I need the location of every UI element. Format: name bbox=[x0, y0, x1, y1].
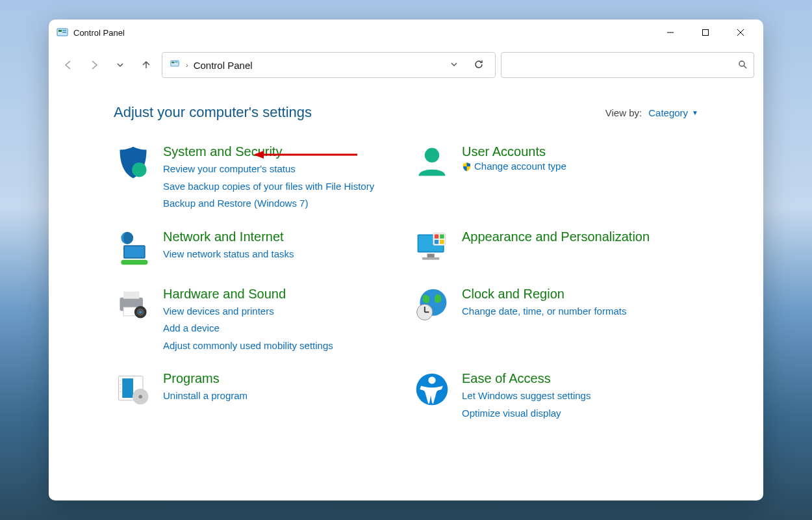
link-devices-printers[interactable]: View devices and printers bbox=[163, 304, 400, 319]
svg-rect-5 bbox=[703, 30, 709, 36]
category-title-ease-of-access[interactable]: Ease of Access bbox=[462, 371, 551, 385]
link-optimize-display[interactable]: Optimize visual display bbox=[462, 406, 698, 421]
address-bar[interactable]: › Control Panel bbox=[162, 52, 496, 78]
titlebar: Control Panel bbox=[49, 20, 763, 46]
link-add-device[interactable]: Add a device bbox=[163, 321, 400, 336]
control-panel-icon bbox=[57, 27, 68, 38]
toolbar: › Control Panel bbox=[49, 46, 763, 84]
refresh-button[interactable] bbox=[469, 59, 488, 72]
minimize-button[interactable] bbox=[655, 22, 685, 43]
window-title: Control Panel bbox=[73, 28, 125, 38]
address-dropdown-button[interactable] bbox=[444, 60, 464, 70]
svg-rect-29 bbox=[440, 239, 444, 244]
svg-point-47 bbox=[138, 395, 142, 398]
link-uninstall-program[interactable]: Uninstall a program bbox=[163, 389, 400, 404]
page-title: Adjust your computer's settings bbox=[114, 104, 312, 121]
category-title-hardware[interactable]: Hardware and Sound bbox=[163, 287, 286, 301]
svg-point-16 bbox=[425, 148, 439, 162]
uac-shield-icon bbox=[462, 162, 472, 172]
category-ease-of-access: Ease of Access Let Windows suggest setti… bbox=[412, 371, 698, 421]
category-hardware: Hardware and Sound View devices and prin… bbox=[114, 287, 400, 354]
categories-grid: System and Security Review your computer… bbox=[114, 144, 698, 421]
category-title-user-accounts[interactable]: User Accounts bbox=[462, 144, 546, 159]
svg-rect-3 bbox=[62, 32, 66, 33]
svg-point-15 bbox=[132, 162, 146, 177]
control-panel-icon bbox=[169, 59, 181, 71]
svg-rect-8 bbox=[171, 60, 179, 66]
accessibility-icon bbox=[412, 371, 451, 410]
maximize-button[interactable] bbox=[691, 22, 720, 43]
link-backup-restore[interactable]: Backup and Restore (Windows 7) bbox=[163, 196, 400, 211]
chevron-right-icon: › bbox=[186, 61, 188, 69]
category-appearance: Appearance and Personalization bbox=[412, 229, 698, 268]
shield-icon bbox=[114, 144, 153, 183]
category-programs: Programs Uninstall a program bbox=[114, 371, 400, 421]
svg-rect-2 bbox=[62, 30, 66, 31]
chevron-down-icon: ▼ bbox=[692, 109, 698, 116]
category-system-security: System and Security Review your computer… bbox=[114, 144, 400, 211]
link-change-account-type[interactable]: Change account type bbox=[474, 159, 566, 174]
content-area: Adjust your computer's settings View by:… bbox=[49, 84, 763, 500]
svg-point-49 bbox=[428, 376, 435, 384]
view-by-value: Category bbox=[648, 107, 688, 118]
category-clock: Clock and Region Change date, time, or n… bbox=[412, 287, 698, 354]
svg-rect-31 bbox=[123, 291, 139, 298]
svg-rect-24 bbox=[422, 257, 439, 259]
svg-rect-28 bbox=[435, 239, 439, 244]
up-button[interactable] bbox=[136, 55, 157, 75]
close-button[interactable] bbox=[726, 22, 755, 43]
svg-rect-19 bbox=[125, 246, 144, 257]
svg-rect-26 bbox=[435, 234, 439, 239]
view-by-dropdown[interactable]: Category ▼ bbox=[648, 107, 698, 118]
link-suggest-settings[interactable]: Let Windows suggest settings bbox=[462, 389, 698, 404]
link-date-time-formats[interactable]: Change date, time, or number formats bbox=[462, 304, 698, 319]
svg-rect-9 bbox=[171, 62, 174, 63]
view-by-label: View by: bbox=[605, 107, 642, 118]
forward-button[interactable] bbox=[84, 55, 105, 75]
svg-rect-27 bbox=[440, 234, 444, 239]
search-box[interactable] bbox=[501, 52, 754, 78]
control-panel-window: Control Panel bbox=[49, 20, 763, 500]
user-icon bbox=[412, 144, 451, 183]
svg-rect-1 bbox=[58, 30, 62, 32]
svg-point-35 bbox=[139, 311, 142, 313]
svg-rect-41 bbox=[122, 378, 133, 398]
category-user-accounts: User Accounts Change account type bbox=[412, 144, 698, 211]
category-title-programs[interactable]: Programs bbox=[163, 371, 220, 385]
search-input[interactable] bbox=[508, 60, 738, 70]
network-icon bbox=[114, 229, 153, 268]
link-mobility-settings[interactable]: Adjust commonly used mobility settings bbox=[163, 339, 400, 354]
svg-line-12 bbox=[744, 66, 746, 68]
category-title-clock[interactable]: Clock and Region bbox=[462, 287, 565, 301]
link-file-history[interactable]: Save backup copies of your files with Fi… bbox=[163, 179, 400, 194]
clock-globe-icon bbox=[412, 287, 451, 326]
category-title-network[interactable]: Network and Internet bbox=[163, 229, 284, 244]
link-network-status[interactable]: View network status and tasks bbox=[163, 247, 400, 262]
svg-rect-20 bbox=[121, 259, 147, 264]
programs-icon bbox=[114, 371, 153, 410]
monitor-icon bbox=[412, 229, 451, 268]
address-path[interactable]: Control Panel bbox=[194, 60, 253, 71]
header-row: Adjust your computer's settings View by:… bbox=[114, 104, 698, 121]
category-title-appearance[interactable]: Appearance and Personalization bbox=[462, 229, 650, 244]
back-button[interactable] bbox=[58, 55, 79, 75]
link-review-status[interactable]: Review your computer's status bbox=[163, 162, 400, 177]
svg-rect-23 bbox=[427, 254, 435, 257]
printer-icon bbox=[114, 287, 153, 326]
search-icon[interactable] bbox=[738, 60, 747, 71]
svg-rect-10 bbox=[175, 62, 178, 62]
category-network: Network and Internet View network status… bbox=[114, 229, 400, 268]
category-title-system-security[interactable]: System and Security bbox=[163, 144, 282, 159]
svg-point-11 bbox=[739, 61, 744, 66]
recent-locations-button[interactable] bbox=[110, 55, 131, 75]
